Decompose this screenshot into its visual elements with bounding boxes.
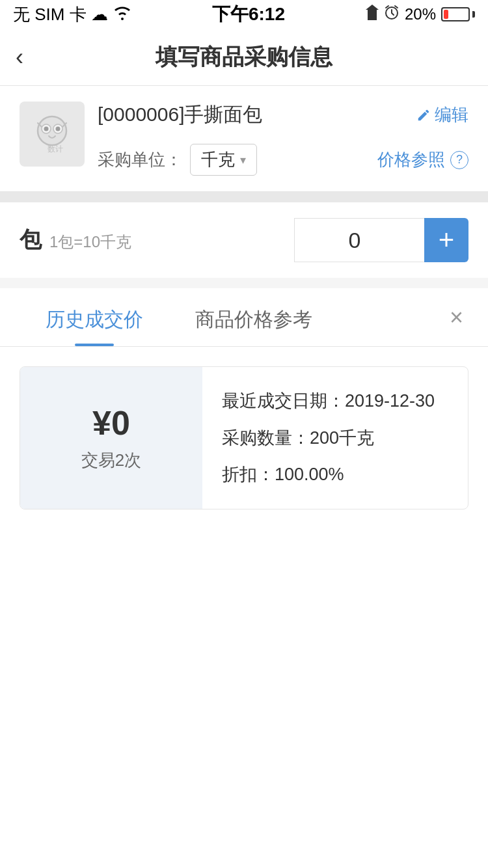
tab-items: 历史成交价 商品价格参考 bbox=[20, 288, 338, 346]
product-header: [0000006]手撕面包 编辑 bbox=[98, 102, 468, 128]
purchase-unit-left: 采购单位： 千克 ▾ bbox=[98, 144, 257, 176]
discount-value: 100.00% bbox=[275, 465, 344, 484]
sim-status: 无 SIM 卡 ☁ bbox=[13, 3, 108, 26]
price-symbol: ¥ bbox=[92, 404, 111, 442]
tab-section: 历史成交价 商品价格参考 × ¥0 交易2次 最近成交日期：2019-12-30… bbox=[0, 288, 488, 529]
svg-text:数计: 数计 bbox=[47, 144, 63, 154]
price-ref-button[interactable]: 价格参照 ? bbox=[377, 148, 468, 171]
quantity-plus-button[interactable]: + bbox=[424, 218, 468, 262]
help-icon: ? bbox=[450, 151, 468, 169]
price-card-right: 最近成交日期：2019-12-30 采购数量：200千克 折扣：100.00% bbox=[202, 367, 468, 509]
status-time: 下午6:12 bbox=[212, 2, 285, 27]
location-icon bbox=[366, 5, 379, 24]
tab-close-button[interactable]: × bbox=[444, 299, 468, 336]
discount-label: 折扣： bbox=[222, 465, 275, 484]
edit-icon bbox=[416, 108, 431, 122]
unit-value: 千克 bbox=[201, 148, 235, 171]
battery-icon bbox=[441, 7, 475, 21]
purchase-qty-value: 200千克 bbox=[310, 428, 374, 448]
history-price-content: ¥0 交易2次 最近成交日期：2019-12-30 采购数量：200千克 折扣：… bbox=[0, 347, 488, 529]
chevron-down-icon: ▾ bbox=[240, 153, 246, 167]
quantity-input-group: + bbox=[294, 218, 468, 262]
price-value: 0 bbox=[111, 404, 130, 442]
quantity-unit-sub: 1包=10千克 bbox=[49, 232, 131, 252]
quantity-input[interactable] bbox=[294, 218, 424, 262]
price-card: ¥0 交易2次 最近成交日期：2019-12-30 采购数量：200千克 折扣：… bbox=[20, 366, 468, 509]
tab-bar: 历史成交价 商品价格参考 × bbox=[0, 288, 488, 347]
tab-history-price[interactable]: 历史成交价 bbox=[20, 288, 169, 346]
nav-bar: ‹ 填写商品采购信息 bbox=[0, 29, 488, 86]
history-price-amount: ¥0 bbox=[92, 403, 130, 442]
product-name: [0000006]手撕面包 bbox=[98, 102, 262, 128]
svg-point-5 bbox=[56, 127, 61, 131]
purchase-qty-row: 采购数量：200千克 bbox=[222, 425, 448, 452]
product-image: 数计 bbox=[20, 102, 85, 167]
quantity-row: 包 1包=10千克 + bbox=[0, 202, 488, 278]
recent-date-row: 最近成交日期：2019-12-30 bbox=[222, 388, 448, 414]
discount-row: 折扣：100.00% bbox=[222, 461, 448, 488]
status-right: 20% bbox=[366, 5, 475, 24]
product-card: 数计 [0000006]手撕面包 编辑 采购单位： 千克 ▾ 价格参照 bbox=[0, 86, 488, 192]
back-button[interactable]: ‹ bbox=[16, 44, 23, 71]
product-info: [0000006]手撕面包 编辑 采购单位： 千克 ▾ 价格参照 ? bbox=[98, 102, 468, 176]
edit-label: 编辑 bbox=[435, 103, 468, 126]
unit-label: 采购单位： bbox=[98, 148, 182, 171]
battery-percent: 20% bbox=[405, 5, 436, 23]
status-left: 无 SIM 卡 ☁ bbox=[13, 3, 131, 26]
edit-button[interactable]: 编辑 bbox=[416, 103, 468, 126]
tab-product-price-ref[interactable]: 商品价格参考 bbox=[169, 288, 338, 346]
section-divider bbox=[0, 192, 488, 202]
unit-select[interactable]: 千克 ▾ bbox=[190, 144, 257, 176]
svg-point-4 bbox=[44, 127, 49, 131]
product-thumbnail: 数计 bbox=[29, 111, 75, 157]
purchase-qty-label: 采购数量： bbox=[222, 428, 310, 448]
recent-date-label: 最近成交日期： bbox=[222, 391, 345, 411]
price-ref-label: 价格参照 bbox=[377, 148, 445, 171]
quantity-label: 包 1包=10千克 bbox=[20, 225, 131, 255]
purchase-unit-row: 采购单位： 千克 ▾ 价格参照 ? bbox=[98, 144, 468, 176]
price-card-left: ¥0 交易2次 bbox=[20, 367, 202, 509]
trade-count: 交易2次 bbox=[81, 449, 141, 472]
quantity-unit-big: 包 bbox=[20, 225, 42, 255]
recent-date-value: 2019-12-30 bbox=[345, 391, 435, 411]
wifi-icon bbox=[113, 5, 131, 25]
page-title: 填写商品采购信息 bbox=[156, 42, 332, 72]
alarm-icon bbox=[384, 5, 400, 24]
status-bar: 无 SIM 卡 ☁ 下午6:12 20% bbox=[0, 0, 488, 29]
page-body bbox=[0, 529, 488, 869]
